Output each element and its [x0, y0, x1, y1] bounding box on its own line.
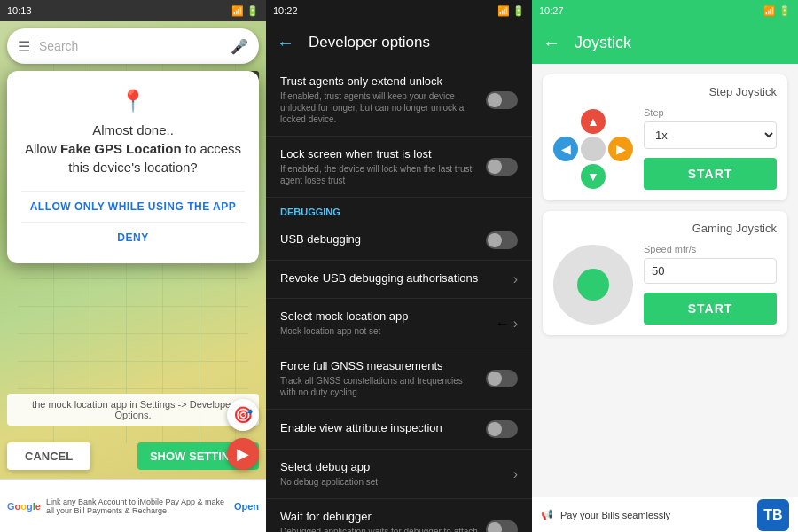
revoke-usb-item[interactable]: Revoke USB debugging authorisations › — [266, 261, 532, 299]
bottom-bar-1: Google Link any Bank Account to iMobile … — [0, 479, 266, 532]
lock-screen-toggle[interactable] — [486, 158, 518, 176]
usb-debugging-toggle[interactable] — [486, 231, 518, 249]
view-attr-item: Enable view attribute inspection — [266, 410, 532, 450]
usb-debugging-title: USB debugging — [280, 232, 479, 246]
debug-app-chevron: › — [513, 466, 518, 482]
dpad: ▲ ◀ ▶ ▼ — [553, 109, 633, 189]
bottom-banner: 📢 Pay your Bills seamlessly TB — [532, 497, 798, 532]
mock-location-item[interactable]: Select mock location app Mock location a… — [266, 299, 532, 348]
time-3: 10:27 — [539, 5, 564, 16]
panel-joystick: 10:27 📶 🔋 ← Joystick Step Joystick ▲ ◀ ▶… — [532, 0, 798, 532]
gnss-title: Force full GNSS measurements — [280, 359, 479, 372]
view-attr-toggle[interactable] — [486, 420, 518, 438]
debug-app-item[interactable]: Select debug app No debug application se… — [266, 450, 532, 499]
status-bar-3: 10:27 📶 🔋 — [532, 0, 798, 21]
mock-location-title: Select mock location app — [280, 309, 496, 323]
debug-app-desc: No debug application set — [280, 476, 506, 488]
joystick-circle[interactable] — [553, 245, 633, 325]
time-2: 10:22 — [273, 5, 298, 16]
joystick-knob — [577, 269, 609, 301]
status-bar-1: 10:13 📶 🔋 — [0, 0, 266, 21]
mic-icon[interactable]: 🎤 — [231, 38, 248, 55]
step-start-button[interactable]: START — [644, 158, 777, 190]
permission-dialog: 📍 Almost done.. Allow Fake GPS Location … — [7, 71, 259, 263]
gaming-joystick-card: Gaming Joystick Speed mtr/s START — [543, 211, 787, 335]
dialog-title: Almost done.. Allow Fake GPS Location to… — [21, 121, 245, 176]
gnss-item: Force full GNSS measurements Track all G… — [266, 348, 532, 410]
dpad-left-button[interactable]: ◀ — [553, 137, 578, 161]
step-label: Step — [644, 107, 777, 118]
gaming-start-button[interactable]: START — [644, 293, 777, 325]
joystick-title: Joystick — [575, 34, 631, 52]
dpad-center — [581, 137, 606, 161]
bottom-ad-text: Link any Bank Account to iMobile Pay App… — [46, 497, 231, 515]
cancel-button[interactable]: CANCEL — [7, 442, 90, 470]
joystick-content: Step Joystick ▲ ◀ ▶ ▼ Step 1x 2x 5x 10x — [532, 64, 798, 497]
gaming-joystick-title: Gaming Joystick — [553, 222, 777, 235]
usb-debugging-item: USB debugging — [266, 221, 532, 261]
ad-icon: 📢 — [541, 509, 553, 520]
step-select[interactable]: 1x 2x 5x 10x — [644, 121, 777, 149]
location-pin-icon: 📍 — [21, 89, 245, 113]
google-logo: Google — [7, 501, 41, 512]
debugging-section-label: DEBUGGING — [266, 198, 532, 221]
gnss-toggle[interactable] — [486, 370, 518, 387]
search-text: Search — [39, 39, 231, 53]
search-bar[interactable]: ☰ Search 🎤 — [7, 28, 259, 64]
map-controls: 🎯 ▶ — [227, 399, 259, 470]
hamburger-icon[interactable]: ☰ — [18, 38, 30, 55]
lock-screen-title: Lock screen when trust is lost — [280, 147, 479, 160]
dpad-down-button[interactable]: ▼ — [581, 164, 606, 189]
joystick-header: ← Joystick — [532, 21, 798, 64]
speed-label: Speed mtr/s — [644, 244, 777, 254]
lock-screen-desc: If enabled, the device will lock when th… — [280, 163, 479, 186]
techbloat-logo: TB — [757, 499, 789, 531]
back-arrow-icon[interactable]: ← — [277, 33, 294, 53]
dev-options-header: ← Developer options — [266, 21, 532, 64]
gps-button[interactable]: 🎯 — [227, 399, 259, 431]
mock-location-chevron: › — [513, 316, 518, 332]
dev-options-title: Developer options — [309, 34, 430, 51]
back-arrow-3-icon[interactable]: ← — [543, 33, 560, 53]
step-controls: Step 1x 2x 5x 10x START — [644, 107, 777, 190]
wait-debugger-toggle[interactable] — [486, 520, 518, 532]
deny-button[interactable]: DENY — [21, 222, 245, 253]
status-bar-2: 10:22 📶 🔋 — [266, 0, 532, 21]
speed-input[interactable] — [644, 258, 777, 284]
mock-location-desc: Mock location app not set — [280, 325, 496, 337]
allow-button[interactable]: ALLOW ONLY WHILE USING THE APP — [21, 191, 245, 222]
gnss-desc: Track all GNSS constellations and freque… — [280, 375, 479, 398]
trust-agents-item: Trust agents only extend unlock If enabl… — [266, 64, 532, 137]
status-icons-1: 📶 🔋 — [231, 5, 259, 17]
wait-debugger-item: Wait for debugger Debugged application w… — [266, 499, 532, 532]
view-attr-title: Enable view attribute inspection — [280, 421, 479, 434]
gaming-joystick-body: Speed mtr/s START — [553, 244, 777, 325]
hint-text: the mock location app in Settings -> Dev… — [7, 394, 259, 426]
arrow-left-icon: ← — [496, 316, 510, 332]
trust-agents-toggle[interactable] — [486, 91, 518, 109]
revoke-usb-title: Revoke USB debugging authorisations — [280, 271, 506, 285]
status-icons-2: 📶 🔋 — [497, 5, 525, 17]
step-joystick-body: ▲ ◀ ▶ ▼ Step 1x 2x 5x 10x START — [553, 107, 777, 190]
wait-debugger-title: Wait for debugger — [280, 510, 479, 523]
open-link[interactable]: Open — [234, 501, 259, 512]
dev-options-list: Trust agents only extend unlock If enabl… — [266, 64, 532, 532]
dialog-title-normal: Allow — [25, 141, 60, 156]
trust-agents-title: Trust agents only extend unlock — [280, 74, 479, 88]
techbloat-label: TB — [763, 507, 782, 523]
bottom-buttons: CANCEL SHOW SETTINGS — [7, 442, 259, 470]
lock-screen-item: Lock screen when trust is lost If enable… — [266, 137, 532, 198]
dpad-right-button[interactable]: ▶ — [608, 137, 633, 161]
step-joystick-title: Step Joystick — [553, 85, 777, 98]
play-button[interactable]: ▶ — [227, 438, 259, 470]
wait-debugger-desc: Debugged application waits for debugger … — [280, 526, 479, 532]
banner-text: Pay your Bills seamlessly — [560, 510, 750, 520]
gaming-controls: Speed mtr/s START — [644, 244, 777, 325]
status-icons-3: 📶 🔋 — [763, 5, 791, 17]
time-1: 10:13 — [7, 5, 32, 16]
dpad-up-button[interactable]: ▲ — [581, 109, 606, 134]
step-joystick-card: Step Joystick ▲ ◀ ▶ ▼ Step 1x 2x 5x 10x — [543, 74, 787, 200]
panel-maps: 10:13 📶 🔋 ☰ Search 🎤 Latitude: 0.0 Longi… — [0, 0, 266, 532]
debug-app-title: Select debug app — [280, 460, 506, 473]
trust-agents-desc: If enabled, trust agents will keep your … — [280, 90, 479, 125]
